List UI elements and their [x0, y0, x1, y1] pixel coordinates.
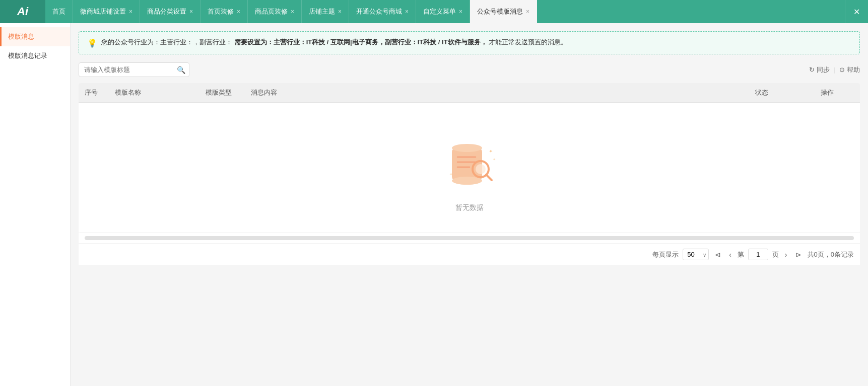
next-page-button[interactable]: › [783, 250, 789, 260]
notice-icon: 💡 [87, 38, 97, 48]
prev-page-button[interactable]: ‹ [727, 250, 733, 260]
svg-text:✦: ✦ [449, 172, 453, 177]
help-button[interactable]: ⊙ 帮助 [839, 65, 860, 74]
tab-close-product-category[interactable]: × [189, 8, 193, 15]
search-icon[interactable]: 🔍 [177, 66, 185, 74]
col-header-type: 模版类型 [199, 83, 245, 103]
notice-box: 💡 您的公众号行业为：主营行业：，副营行业： 需要设置为：主营行业：IT科技 /… [79, 31, 860, 54]
tab-open-mall[interactable]: 开通公众号商城 × [349, 0, 416, 23]
tab-close-open-mall[interactable]: × [405, 8, 409, 15]
svg-text:✦: ✦ [493, 158, 496, 161]
tab-label-custom-menu: 自定义菜单 [423, 7, 456, 16]
table-header-row: 序号模版名称模版类型消息内容状态操作 [79, 83, 860, 103]
notice-text: 您的公众号行业为：主营行业：，副营行业： 需要设置为：主营行业：IT科技 / 互… [101, 38, 567, 47]
sidebar: 模版消息模版消息记录 [0, 23, 71, 386]
last-page-button[interactable]: ⊳ [793, 250, 804, 260]
tab-store-theme[interactable]: 店铺主题 × [302, 0, 349, 23]
page-size-select[interactable]: 102050100 [683, 249, 709, 260]
tab-close-store-theme[interactable]: × [338, 8, 342, 15]
tab-home-decoration[interactable]: 首页装修 × [201, 0, 248, 23]
tab-close-custom-menu[interactable]: × [459, 8, 462, 15]
page-number-input[interactable] [748, 249, 768, 260]
col-header-action: 操作 [815, 83, 860, 103]
search-input-wrap: 🔍 [79, 62, 189, 77]
tab-list: 首页微商城店铺设置 ×商品分类设置 ×首页装修 ×商品页装修 ×店铺主题 ×开通… [45, 0, 845, 23]
page-size-select-wrap: 102050100 [683, 249, 709, 260]
svg-line-9 [486, 175, 492, 180]
svg-text:✦: ✦ [489, 148, 493, 154]
empty-illustration: ✦ ✦ ✦ [439, 133, 500, 193]
tab-close-home-decoration[interactable]: × [237, 8, 240, 15]
sync-icon: ↻ [809, 66, 815, 73]
svg-point-2 [452, 144, 482, 152]
pagination-bar: 每页显示 102050100 ⊲ ‹ 第 页 › ⊳ 共0页，0条记录 [79, 243, 860, 265]
empty-state-row: ✦ ✦ ✦ 暂无数据 [79, 103, 860, 233]
tab-product-decoration[interactable]: 商品页装修 × [248, 0, 302, 23]
tab-template-message[interactable]: 公众号模版消息 × [470, 0, 537, 23]
page-unit: 页 [772, 250, 779, 259]
toolbar-right: ↻ 同步 | ⊙ 帮助 [809, 65, 860, 74]
divider: | [834, 66, 835, 73]
tab-label-wechat-shop-settings: 微商城店铺设置 [80, 7, 126, 16]
col-header-name: 模版名称 [109, 83, 199, 103]
page-label: 第 [738, 250, 744, 259]
notice-highlight: 需要设置为：主营行业：IT科技 / 互联网|电子商务，副营行业：IT科技 / I… [234, 38, 487, 46]
sync-button[interactable]: ↻ 同步 [809, 65, 830, 74]
global-close-button[interactable]: ✕ [845, 0, 868, 23]
fake-scrollbar[interactable] [85, 236, 854, 240]
col-header-seq: 序号 [79, 83, 109, 103]
tab-label-home-decoration: 首页装修 [208, 7, 234, 16]
empty-text: 暂无数据 [79, 203, 860, 212]
tab-home[interactable]: 首页 [45, 0, 73, 23]
tab-label-product-decoration: 商品页装修 [255, 7, 288, 16]
content-area: 💡 您的公众号行业为：主营行业：，副营行业： 需要设置为：主营行业：IT科技 /… [71, 23, 868, 386]
tab-close-product-decoration[interactable]: × [291, 8, 294, 15]
total-info: 共0页，0条记录 [808, 250, 854, 259]
col-header-status: 状态 [749, 83, 815, 103]
first-page-button[interactable]: ⊲ [713, 250, 723, 260]
search-input[interactable] [79, 62, 189, 77]
help-icon: ⊙ [839, 66, 845, 73]
tab-label-product-category: 商品分类设置 [147, 7, 186, 16]
sidebar-item-template-msg[interactable]: 模版消息 [0, 27, 70, 46]
tab-close-template-message[interactable]: × [526, 8, 529, 15]
top-nav: Ai 首页微商城店铺设置 ×商品分类设置 ×首页装修 ×商品页装修 ×店铺主题 … [0, 0, 868, 23]
sidebar-item-template-msg-records[interactable]: 模版消息记录 [0, 46, 70, 65]
svg-point-3 [452, 177, 482, 185]
main-layout: 模版消息模版消息记录 💡 您的公众号行业为：主营行业：，副营行业： 需要设置为：… [0, 23, 868, 386]
scroll-row [79, 233, 860, 243]
page-size-label: 每页显示 [652, 250, 679, 259]
tab-custom-menu[interactable]: 自定义菜单 × [416, 0, 470, 23]
svg-point-8 [476, 164, 486, 174]
tab-label-template-message: 公众号模版消息 [477, 7, 523, 16]
tab-product-category[interactable]: 商品分类设置 × [140, 0, 201, 23]
tab-label-open-mall: 开通公众号商城 [356, 7, 402, 16]
tab-wechat-shop-settings[interactable]: 微商城店铺设置 × [73, 0, 140, 23]
tab-close-wechat-shop-settings[interactable]: × [129, 8, 132, 15]
app-logo: Ai [0, 0, 45, 23]
search-bar: 🔍 ↻ 同步 | ⊙ 帮助 [79, 62, 860, 77]
data-table: 序号模版名称模版类型消息内容状态操作 [79, 83, 860, 233]
col-header-content: 消息内容 [245, 83, 749, 103]
tab-label-home: 首页 [52, 7, 65, 16]
tab-label-store-theme: 店铺主题 [309, 7, 335, 16]
empty-state: ✦ ✦ ✦ 暂无数据 [79, 103, 860, 233]
